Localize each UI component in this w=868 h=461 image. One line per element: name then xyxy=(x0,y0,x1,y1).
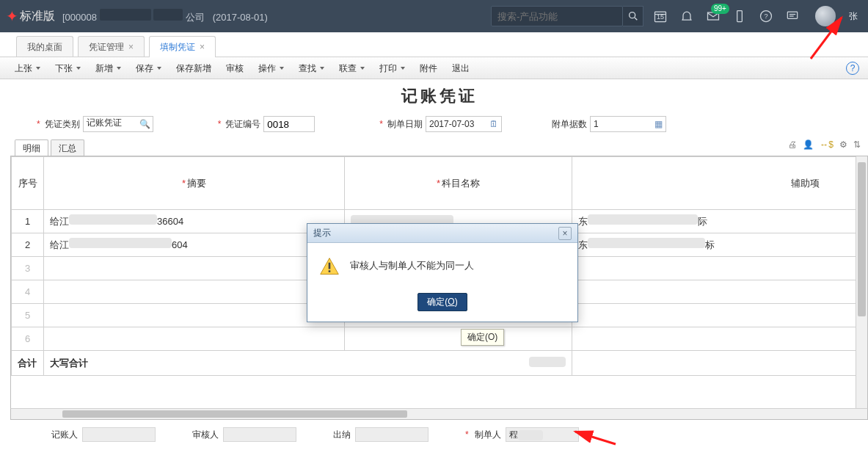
dialog-title: 提示 xyxy=(313,227,331,239)
exit-button[interactable]: 退出 xyxy=(446,60,475,76)
col-account: *科目名称 xyxy=(345,157,572,210)
aux-cell[interactable]: 东标 xyxy=(572,233,869,257)
voucher-date-input[interactable]: 2017-07-03 🗓 xyxy=(426,116,502,132)
tab-label: 填制凭证 xyxy=(160,37,195,57)
no-label: 凭证编号 xyxy=(225,118,260,131)
toolbar: 上张 下张 新增 保存 保存新增 审核 操作 查找 联查 打印 附件 退出 ? xyxy=(0,57,868,79)
stepper-icon[interactable]: ▦ xyxy=(654,119,663,129)
sum-text-cell: 大写合计 xyxy=(44,351,572,376)
voucher-header-row: *凭证类别 记账凭证 🔍 *凭证编号 *制单日期 2017-07-03 🗓 附单… xyxy=(10,116,868,139)
sum-label: 合计 xyxy=(12,351,44,376)
save-button[interactable]: 保存 xyxy=(130,60,167,76)
dialog-message: 审核人与制单人不能为同一人 xyxy=(350,256,474,272)
svg-rect-8 xyxy=(787,12,797,18)
search-input[interactable] xyxy=(491,6,623,26)
tab-strip: 我的桌面 凭证管理× 填制凭证× xyxy=(0,32,868,57)
feedback-icon[interactable] xyxy=(784,8,800,24)
subtab-summary[interactable]: 汇总 xyxy=(51,139,84,156)
type-label: 凭证类别 xyxy=(45,118,80,131)
bell-icon[interactable] xyxy=(679,8,695,24)
tool-icon[interactable]: 👤 xyxy=(803,139,814,150)
business-date: (2017-08-01) xyxy=(213,12,268,23)
voucher-no-input[interactable] xyxy=(263,116,315,132)
save-add-button[interactable]: 保存新增 xyxy=(170,60,217,76)
page-title: 记账凭证 xyxy=(10,85,868,107)
ok-tooltip: 确定(O) xyxy=(461,329,504,346)
avatar[interactable] xyxy=(815,6,836,26)
find-button[interactable]: 查找 xyxy=(293,60,330,76)
close-icon[interactable]: × xyxy=(558,227,572,240)
voucher-type-input[interactable]: 记账凭证 🔍 xyxy=(83,116,153,132)
attach-label: 附单据数 xyxy=(552,118,587,131)
redacted xyxy=(153,9,183,21)
seq-cell: 1 xyxy=(12,210,44,233)
attach-value: 1 xyxy=(594,119,599,129)
attach-count-input[interactable]: 1 ▦ xyxy=(590,116,666,132)
search-button[interactable] xyxy=(623,6,643,26)
sum-row: 合计 大写合计 xyxy=(12,351,869,376)
col-summary: *摘要 xyxy=(44,157,345,210)
subtab-detail[interactable]: 明细 xyxy=(15,139,48,156)
tab-label: 凭证管理 xyxy=(89,37,124,57)
dialog-titlebar[interactable]: 提示 × xyxy=(307,224,577,243)
top-bar: ✦ 标准版 [000008 公司 (2017-08-01) 15 99+ ? xyxy=(0,0,868,32)
calendar-day: 15 xyxy=(657,13,664,21)
cashier-field xyxy=(355,427,428,442)
svg-rect-12 xyxy=(329,263,331,269)
mail-icon[interactable]: 99+ xyxy=(705,8,721,24)
mobile-icon[interactable] xyxy=(732,8,748,24)
tool-icon[interactable]: ⇅ xyxy=(853,139,861,150)
voucher-type-value: 记账凭证 xyxy=(87,117,122,128)
auditor-field xyxy=(223,427,296,442)
col-seq: 序号 xyxy=(12,157,44,210)
cashier-label: 出纳 xyxy=(333,429,351,441)
next-button[interactable]: 下张 xyxy=(49,60,87,76)
vertical-scrollbar[interactable] xyxy=(856,156,867,408)
close-icon[interactable]: × xyxy=(200,37,205,57)
company-code: [000008 xyxy=(62,12,97,23)
summary-cell[interactable]: 给江604 xyxy=(44,233,345,257)
aux-cell[interactable]: 东际 xyxy=(572,210,869,233)
table-row[interactable]: 6 xyxy=(12,327,869,351)
ok-button[interactable]: 确定(O) xyxy=(417,293,467,311)
notification-badge: 99+ xyxy=(711,4,729,14)
footer-row: 记账人 审核人 出纳 *制单人 程 xyxy=(10,420,868,449)
tab-fill-voucher[interactable]: 填制凭证× xyxy=(149,36,216,57)
maker-field: 程 xyxy=(506,427,579,442)
date-label: 制单日期 xyxy=(387,118,423,131)
print-button[interactable]: 打印 xyxy=(373,60,411,76)
tab-label: 我的桌面 xyxy=(27,37,62,57)
close-icon[interactable]: × xyxy=(128,37,134,57)
action-button[interactable]: 操作 xyxy=(252,60,290,76)
link-button[interactable]: 联查 xyxy=(333,60,371,76)
company-info: [000008 公司 (2017-08-01) xyxy=(62,9,268,24)
tool-icon[interactable]: 🖨 xyxy=(788,139,797,150)
warning-icon xyxy=(319,256,340,277)
lookup-icon[interactable]: 🔍 xyxy=(139,119,150,129)
toolbar-help-icon[interactable]: ? xyxy=(846,62,859,75)
edition-label: 标准版 xyxy=(20,9,55,24)
tool-icon[interactable]: ⚙ xyxy=(839,139,847,150)
seq-cell: 2 xyxy=(12,233,44,257)
auditor-label: 审核人 xyxy=(192,429,219,441)
attach-button[interactable]: 附件 xyxy=(414,60,443,76)
svg-text:?: ? xyxy=(764,12,767,20)
horizontal-scrollbar[interactable] xyxy=(10,408,868,420)
maker-label: 制单人 xyxy=(475,429,501,441)
logo-icon: ✦ xyxy=(6,7,18,25)
alert-dialog: 提示 × 审核人与制单人不能为同一人 确定(O) xyxy=(307,223,578,322)
calendar-icon[interactable]: 15 xyxy=(652,8,668,24)
tool-icon[interactable]: ↔$ xyxy=(820,139,834,150)
date-value: 2017-07-03 xyxy=(429,119,474,129)
help-icon[interactable]: ? xyxy=(758,8,774,24)
svg-rect-5 xyxy=(737,11,743,22)
svg-line-1 xyxy=(635,18,637,20)
audit-button[interactable]: 审核 xyxy=(220,60,249,76)
tab-voucher-mgmt[interactable]: 凭证管理× xyxy=(78,36,145,57)
add-button[interactable]: 新增 xyxy=(90,60,127,76)
svg-rect-13 xyxy=(329,270,331,272)
tab-desktop[interactable]: 我的桌面 xyxy=(16,36,73,57)
calendar-picker-icon[interactable]: 🗓 xyxy=(489,119,498,129)
prev-button[interactable]: 上张 xyxy=(9,60,46,76)
summary-cell[interactable]: 给江36604 xyxy=(44,210,345,233)
